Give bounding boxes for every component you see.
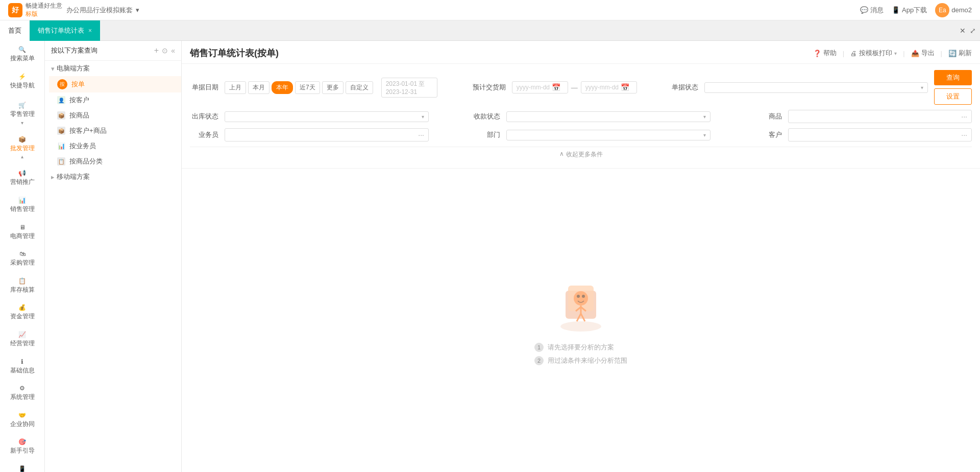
- message-button[interactable]: 💬 消息: [860, 6, 884, 15]
- sidebar-item-purchase[interactable]: 🛍 采购管理: [0, 245, 44, 272]
- operations-icon: 📈: [18, 331, 26, 338]
- empty-hint-1: 1 请先选择要分析的方案: [534, 343, 627, 352]
- tree-item-by-goods[interactable]: 📦 按商品: [49, 108, 181, 123]
- by-salesman-icon: 📊: [57, 142, 65, 150]
- sidebar-item-collab[interactable]: 🤝 企业协同: [0, 407, 44, 434]
- tab-home[interactable]: 首页: [0, 20, 30, 41]
- bill-status-label: 单据状态: [670, 83, 698, 92]
- wholesale-icon: 📦: [18, 136, 26, 143]
- expected-date-start-input[interactable]: yyyy-mm-dd 📅: [512, 81, 568, 93]
- receipt-status-select[interactable]: ▾: [506, 111, 710, 122]
- customer-select[interactable]: ···: [788, 128, 972, 141]
- main-layout: 🔍 搜索菜单 ⚡ 快捷导航 🛒 零售管理 ▾ 📦 批发管理 ▴ 📢 营销推广 📊…: [0, 41, 980, 472]
- tree-category-pc[interactable]: ▾ 电脑端方案: [45, 61, 181, 76]
- tree-item-by-salesman[interactable]: 📊 按业务员: [49, 138, 181, 154]
- page-title: 销售订单统计表(按单): [190, 47, 279, 59]
- dept-select[interactable]: ▾: [506, 130, 710, 140]
- user-menu[interactable]: Ea demo2: [935, 3, 972, 17]
- sidebar-item-wholesale[interactable]: 📦 批发管理 ▴: [0, 131, 44, 165]
- sales-icon: 📊: [18, 197, 26, 204]
- template-print-button[interactable]: 🖨 按模板打印 ▾: [850, 49, 897, 58]
- empty-state: 1 请先选择要分析的方案 2 用过滤条件来缩小分析范围: [182, 169, 980, 472]
- collapse-panel-icon[interactable]: «: [171, 46, 175, 55]
- expected-date-label: 预计交货期: [470, 83, 506, 92]
- goods-select[interactable]: ···: [788, 110, 972, 123]
- receipt-status-label: 收款状态: [472, 112, 500, 121]
- date-btn-last-7days[interactable]: 近7天: [295, 81, 320, 94]
- window-maximize-icon[interactable]: ⤢: [970, 27, 976, 35]
- sidebar-item-basic-info[interactable]: ℹ 基础信息: [0, 353, 44, 380]
- download-icon: 📱: [892, 6, 900, 14]
- date-btn-more[interactable]: 更多: [322, 81, 344, 94]
- query-buttons: 查询 设置: [934, 70, 972, 105]
- out-status-label: 出库状态: [190, 112, 218, 121]
- tree-group-pc: 按 按单 👤 按客户 📦 按商品 📦 按客户+商品 📊 按业务员: [45, 76, 181, 169]
- calendar-start-icon[interactable]: 📅: [552, 83, 560, 91]
- receipt-status-arrow-icon: ▾: [703, 114, 706, 120]
- help-button[interactable]: ❓ 帮助: [813, 49, 837, 58]
- empty-illustration: [550, 275, 611, 337]
- search-icon: 🔍: [18, 46, 26, 53]
- bill-status-arrow-icon: ▾: [921, 85, 923, 90]
- logo-icon: 好: [8, 3, 22, 17]
- sidebar-item-finance[interactable]: 💰 资金管理: [0, 299, 44, 326]
- by-customer-goods-icon: 📦: [57, 127, 65, 135]
- svg-point-5: [582, 295, 585, 298]
- tree-item-by-category[interactable]: 📋 按商品分类: [49, 154, 181, 169]
- tab-sales-order-stats[interactable]: 销售订单统计表 ×: [30, 20, 100, 41]
- tree-item-by-order[interactable]: 按 按单: [49, 76, 181, 92]
- marketing-icon: 📢: [18, 170, 26, 177]
- system-icon: ⚙: [19, 385, 25, 392]
- add-scheme-button[interactable]: +: [154, 46, 159, 55]
- page-actions: ❓ 帮助 | 🖨 按模板打印 ▾ | 📤 导出 |: [813, 49, 972, 58]
- sidebar-item-sales[interactable]: 📊 销售管理: [0, 192, 44, 219]
- goods-ellipsis-icon[interactable]: ···: [961, 112, 967, 121]
- filter-area: 单据日期 上月 本月 本年 近7天 更多 自定义 2023-01-01 至 20…: [182, 64, 980, 169]
- scheme-settings-icon[interactable]: ⊙: [162, 46, 168, 55]
- sidebar-item-system[interactable]: ⚙ 系统管理: [0, 380, 44, 407]
- hint-2-number: 2: [534, 356, 544, 365]
- retail-expand-icon: ▾: [21, 120, 23, 126]
- salesman-select[interactable]: ···: [225, 128, 429, 141]
- sidebar-item-app-center[interactable]: 📱 应用中心: [0, 460, 44, 472]
- sidebar-item-search[interactable]: 🔍 搜索菜单: [0, 41, 44, 68]
- calendar-end-icon[interactable]: 📅: [621, 83, 629, 91]
- sidebar-item-operations[interactable]: 📈 经营管理: [0, 326, 44, 353]
- by-customer-icon: 👤: [57, 96, 65, 104]
- query-button[interactable]: 查询: [934, 70, 972, 85]
- sidebar-item-inventory[interactable]: 📋 库存核算: [0, 272, 44, 299]
- out-status-select[interactable]: ▾: [225, 111, 429, 122]
- date-start-input[interactable]: 2023-01-01 至 2023-12-31: [381, 78, 437, 98]
- date-btn-this-month[interactable]: 本月: [248, 81, 270, 94]
- collab-icon: 🤝: [18, 412, 26, 419]
- top-bar-left: 好 畅捷通好生意 标版 办公用品行业模拟账套 ▾: [8, 2, 139, 18]
- export-button[interactable]: 📤 导出: [911, 49, 935, 58]
- date-btn-this-year[interactable]: 本年: [272, 81, 293, 94]
- sidebar-item-newbie[interactable]: 🎯 新手引导: [0, 433, 44, 460]
- sidebar-item-marketing[interactable]: 📢 营销推广: [0, 164, 44, 192]
- tree-item-by-customer[interactable]: 👤 按客户: [49, 92, 181, 108]
- tree-item-by-customer-goods[interactable]: 📦 按客户+商品: [49, 123, 181, 138]
- window-minimize-icon[interactable]: ✕: [960, 27, 966, 35]
- date-btn-custom[interactable]: 自定义: [346, 81, 373, 94]
- bill-status-select[interactable]: ▾: [704, 82, 928, 93]
- sidebar-item-quick-nav[interactable]: ⚡ 快捷导航: [0, 68, 44, 95]
- sidebar-item-retail[interactable]: 🛒 零售管理 ▾: [0, 97, 44, 131]
- expected-date-end-input[interactable]: yyyy-mm-dd 📅: [581, 81, 637, 93]
- tree-mobile-arrow-icon: ▸: [51, 173, 55, 181]
- salesman-ellipsis-icon[interactable]: ···: [418, 131, 424, 139]
- tab-close-icon[interactable]: ×: [88, 27, 92, 34]
- settings-button[interactable]: 设置: [934, 88, 972, 105]
- sidebar-item-ecommerce[interactable]: 🖥 电商管理: [0, 219, 44, 246]
- top-bar-right: 💬 消息 📱 App下载 Ea demo2: [860, 3, 972, 17]
- by-category-icon: 📋: [57, 157, 65, 166]
- customer-ellipsis-icon[interactable]: ···: [961, 131, 967, 139]
- date-btn-last-month[interactable]: 上月: [225, 81, 246, 94]
- out-status-arrow-icon: ▾: [422, 114, 424, 120]
- refresh-button[interactable]: 🔄 刷新: [948, 49, 972, 58]
- filter-row-2: 出库状态 ▾ 收款状态 ▾ 商品 ···: [190, 110, 972, 123]
- collapse-bar[interactable]: ∧ 收起更多条件: [190, 147, 972, 162]
- app-download-button[interactable]: 📱 App下载: [892, 6, 927, 15]
- tree-category-mobile[interactable]: ▸ 移动端方案: [45, 169, 181, 184]
- breadcrumb[interactable]: 办公用品行业模拟账套 ▾: [66, 6, 139, 15]
